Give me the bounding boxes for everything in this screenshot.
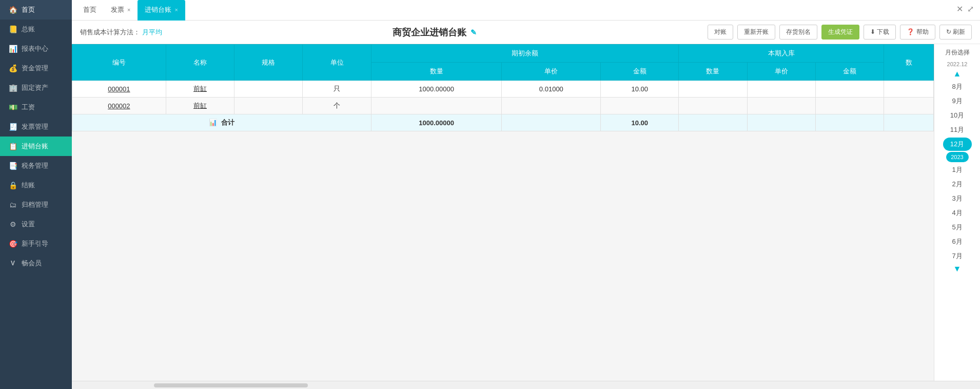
cell-inbound-qty-1 [679,81,747,98]
month-item-1[interactable]: 1月 [943,163,972,177]
total-opening-price [502,114,601,131]
cell-opening-amount-2 [601,98,679,114]
sidebar-item-member[interactable]: V 畅会员 [0,254,72,273]
cell-inbound-price-2 [747,98,815,114]
tab-invoice-close[interactable]: × [127,7,130,13]
page-title: 商贸企业进销台账 [393,26,466,38]
month-item-10[interactable]: 10月 [943,109,972,122]
refresh-button[interactable]: ↻ 刷新 [939,25,972,40]
horizontal-scrollbar[interactable] [72,381,980,389]
total-label-cell: 📊 合计 [72,114,371,131]
sidebar-label-member: 畅会员 [22,259,42,268]
total-opening-qty: 1000.00000 [371,114,502,131]
cell-unit-1: 只 [303,81,371,98]
cell-unit-2: 个 [303,98,371,114]
col-header-more: 数 [884,45,934,81]
cell-inbound-qty-2 [679,98,747,114]
cell-number-2[interactable]: 000002 [72,98,166,114]
sidebar-item-ledger[interactable]: 📒 总账 [0,20,72,39]
sidebar-label-purchase-sale: 进销台账 [22,142,48,151]
total-icon: 📊 [209,119,217,126]
sidebar-item-purchase-sale[interactable]: 📋 进销台账 [0,137,72,156]
tab-purchase-sale-label: 进销台账 [145,5,171,14]
sidebar-item-close[interactable]: 🔒 结账 [0,176,72,195]
total-inbound-qty [679,114,747,131]
edit-title-icon[interactable]: ✎ [471,28,477,36]
sidebar-item-home[interactable]: 🏠 首页 [0,0,72,20]
sidebar-item-archive[interactable]: 🗂 归档管理 [0,195,72,215]
page-title-area: 商贸企业进销台账 ✎ [393,26,477,38]
window-close-button[interactable]: ✕ [956,4,963,14]
close-account-icon: 🔒 [8,181,17,189]
invoice-mgmt-icon: 🧾 [8,123,17,131]
cell-spec-1 [234,81,303,98]
salary-icon: 💵 [8,103,17,111]
col-header-inbound-amount: 金额 [816,63,884,81]
cell-more-1 [884,81,934,98]
sidebar-label-guide: 新手引导 [22,239,48,248]
sidebar-item-salary[interactable]: 💵 工资 [0,98,72,117]
tab-purchase-sale[interactable]: 进销台账 × [138,0,185,21]
col-header-opening-group: 期初余额 [371,45,678,63]
total-inbound-amount [816,114,884,131]
sidebar-item-reports[interactable]: 📊 报表中心 [0,39,72,59]
generate-voucher-button[interactable]: 生成凭证 [821,25,859,40]
month-item-7[interactable]: 7月 [943,249,972,263]
download-icon: ⬇ [870,28,875,35]
help-button[interactable]: ❓ 帮助 [900,25,935,40]
match-button[interactable]: 对账 [708,25,733,40]
sidebar-label-assets: 固定资产 [22,83,48,92]
cost-method-label: 销售成本计算方法： [80,28,140,36]
month-item-11[interactable]: 11月 [943,123,972,137]
sidebar-label-funds: 资金管理 [22,64,48,73]
window-controls: ✕ ⤢ [950,0,980,18]
window-maximize-button[interactable]: ⤢ [967,4,974,14]
month-item-5[interactable]: 5月 [943,221,972,234]
sidebar-item-guide[interactable]: 🎯 新手引导 [0,234,72,254]
main-area: ✕ ⤢ 首页 发票 × 进销台账 × 销售成本计算方法： 月平均 商贸企业进销台… [72,0,980,389]
cell-opening-amount-1: 10.00 [601,81,679,98]
sidebar: 🏠 首页 📒 总账 📊 报表中心 💰 资金管理 🏢 固定资产 💵 工资 🧾 发票… [0,0,72,389]
month-item-4[interactable]: 4月 [943,206,972,220]
month-item-8[interactable]: 8月 [943,80,972,93]
sidebar-label-home: 首页 [22,5,35,14]
sidebar-label-ledger: 总账 [22,25,35,34]
save-alias-button[interactable]: 存货别名 [779,25,817,40]
sidebar-item-tax[interactable]: 📑 税务管理 [0,156,72,176]
month-item-6[interactable]: 6月 [943,235,972,248]
sidebar-item-invoice-mgmt[interactable]: 🧾 发票管理 [0,117,72,137]
data-table: 编号 名称 规格 单位 期初余额 本期入库 数 数量 单价 金额 数量 单价 [72,44,934,131]
scroll-up-button[interactable]: ▲ [953,69,962,79]
tab-invoice[interactable]: 发票 × [104,0,138,21]
reopen-button[interactable]: 重新开账 [737,25,775,40]
tab-purchase-sale-close[interactable]: × [174,7,178,13]
toolbar: 销售成本计算方法： 月平均 商贸企业进销台账 ✎ 对账 重新开账 存货别名 生成… [72,21,980,44]
month-item-9[interactable]: 9月 [943,94,972,108]
scroll-down-button[interactable]: ▼ [953,264,962,274]
col-header-unit: 单位 [303,45,371,81]
sidebar-label-reports: 报表中心 [22,44,48,53]
month-item-3[interactable]: 3月 [943,192,972,205]
month-item-12[interactable]: 12月 [943,138,972,151]
table-row: 000002 前缸 个 [72,98,934,114]
cell-opening-qty-1: 1000.00000 [371,81,502,98]
content-area: 编号 名称 规格 单位 期初余额 本期入库 数 数量 单价 金额 数量 单价 [72,44,980,381]
refresh-icon: ↻ [946,28,951,35]
cell-name-1[interactable]: 前缸 [166,81,234,98]
tax-icon: 📑 [8,162,17,170]
cell-number-1[interactable]: 000001 [72,81,166,98]
sidebar-item-funds[interactable]: 💰 资金管理 [0,59,72,78]
sidebar-item-assets[interactable]: 🏢 固定资产 [0,78,72,98]
total-label: 合计 [221,119,234,126]
download-button[interactable]: ⬇ 下载 [864,25,896,40]
table-area[interactable]: 编号 名称 规格 单位 期初余额 本期入库 数 数量 单价 金额 数量 单价 [72,44,934,381]
col-header-inbound-price: 单价 [747,63,815,81]
settings-icon: ⚙ [8,220,17,228]
month-item-2[interactable]: 2月 [943,178,972,191]
sidebar-label-close: 结账 [22,181,35,190]
cell-name-2[interactable]: 前缸 [166,98,234,114]
col-header-opening-qty: 数量 [371,63,502,81]
tab-home[interactable]: 首页 [76,0,104,21]
sidebar-item-settings[interactable]: ⚙ 设置 [0,215,72,234]
cell-inbound-amount-2 [816,98,884,114]
